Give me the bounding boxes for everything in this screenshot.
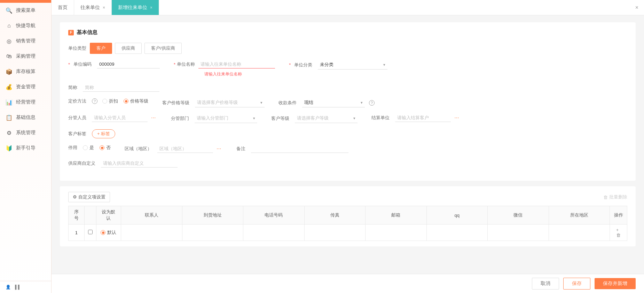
tab-new-partner[interactable]: 新增往来单位 × xyxy=(112,0,159,15)
col-action: 操作 xyxy=(610,206,627,225)
row-contact-input[interactable] xyxy=(125,230,178,235)
main-area: 首页 往来单位 × 新增往来单位 × × F 基本信息 单位类型 客户 xyxy=(52,0,644,293)
row-email-input[interactable] xyxy=(369,230,423,235)
region-dots-btn[interactable]: ··· xyxy=(215,146,222,152)
sidebar-item-purchase[interactable]: 🛍 采购管理 xyxy=(0,49,51,64)
settlement-unit-input[interactable] xyxy=(395,114,451,122)
sidebar-item-operations[interactable]: 📊 经营管理 xyxy=(0,95,51,110)
row-add-btn[interactable]: + xyxy=(616,227,619,233)
save-button[interactable]: 保存 xyxy=(563,278,590,290)
customer-price-level-select[interactable]: 请选择客户价格等级 ▾ xyxy=(195,98,265,107)
sidebar-item-finance[interactable]: 💰 资金管理 xyxy=(0,79,51,95)
tab-new-partner-close[interactable]: × xyxy=(150,5,152,10)
short-name-input[interactable] xyxy=(83,83,159,92)
cancel-button[interactable]: 取消 xyxy=(532,278,559,290)
supervisor-dots-btn[interactable]: ··· xyxy=(150,115,157,121)
supervisor-input[interactable] xyxy=(92,114,148,122)
sidebar-item-inventory[interactable]: 📦 库存核算 xyxy=(0,64,51,79)
pricing-method-container: 定价方法 ? 折扣 价格等级 xyxy=(68,98,148,104)
row-checkbox-input[interactable] xyxy=(88,230,93,234)
row-qq[interactable] xyxy=(426,225,488,241)
pricing-method-label: 定价方法 xyxy=(68,98,86,104)
sidebar-item-quick-nav[interactable]: ⌂ 快捷导航 xyxy=(0,18,51,33)
row-contact[interactable] xyxy=(121,225,182,241)
radio-disabled-yes[interactable]: 是 xyxy=(83,145,94,151)
unit-code-input[interactable] xyxy=(97,60,160,68)
row-default-radio-circle xyxy=(101,230,105,235)
remark-input[interactable] xyxy=(251,145,348,153)
col-default: 设为默认 xyxy=(96,206,121,225)
row-region[interactable] xyxy=(549,225,610,241)
radio-discount[interactable]: 折扣 xyxy=(102,98,118,104)
sidebar-item-basic-info[interactable]: 📋 基础信息 xyxy=(0,110,51,125)
supplier-custom-label: 供应商自定义 xyxy=(68,160,95,166)
row-address-input[interactable] xyxy=(186,230,239,235)
sidebar-item-beginner[interactable]: 🔰 新手引导 xyxy=(0,140,51,156)
settlement-unit-dots-btn[interactable]: ··· xyxy=(453,115,460,121)
sidebar-inventory-label: 库存核算 xyxy=(16,68,36,75)
row-phone-input[interactable] xyxy=(247,230,300,235)
batch-del-icon: 🗑 xyxy=(603,195,608,200)
short-name-row: 简称 xyxy=(68,83,627,92)
tab-partners-close[interactable]: × xyxy=(103,5,105,10)
sidebar-item-system[interactable]: ⚙ 系统管理 xyxy=(0,125,51,140)
row-wechat-input[interactable] xyxy=(491,230,545,235)
batch-delete-btn[interactable]: 🗑 批量删除 xyxy=(603,194,627,200)
sidebar-system-label: 系统管理 xyxy=(16,130,36,136)
department-select[interactable]: 请输入分管部门 ▾ xyxy=(195,114,257,123)
sidebar-basic-info-label: 基础信息 xyxy=(16,114,36,121)
settlement-unit-container: 结算单位 ··· xyxy=(371,114,460,122)
tab-home[interactable]: 首页 xyxy=(52,0,74,15)
radio-price-level[interactable]: 价格等级 xyxy=(124,98,148,104)
supplier-custom-input[interactable] xyxy=(101,159,178,168)
region-input[interactable] xyxy=(157,145,213,153)
customer-price-level-label: 客户价格等级 xyxy=(162,100,189,106)
row-region-input[interactable] xyxy=(552,230,606,235)
save-new-button[interactable]: 保存并新增 xyxy=(595,278,636,289)
customer-level-select[interactable]: 请选择客户等级 ▾ xyxy=(295,114,358,123)
sidebar-item-search[interactable]: 🔍 搜索菜单 xyxy=(0,3,51,18)
payment-terms-help-icon[interactable]: ? xyxy=(369,100,375,106)
unit-category-chevron: ▾ xyxy=(383,63,385,67)
radio-disabled-no[interactable]: 否 xyxy=(100,145,111,151)
section-title: F 基本信息 xyxy=(68,29,627,36)
supplier-custom-container: 供应商自定义 xyxy=(68,159,178,168)
payment-terms-select[interactable]: 现结 ▾ xyxy=(302,98,365,107)
row-email[interactable] xyxy=(366,225,426,241)
row-address[interactable] xyxy=(182,225,243,241)
pricing-radio-group: 折扣 价格等级 xyxy=(102,98,148,104)
col-email: 邮箱 xyxy=(366,206,426,225)
unit-category-select[interactable]: 未分类 ▾ xyxy=(318,60,387,70)
global-close-button[interactable]: × xyxy=(630,5,644,11)
row-qq-input[interactable] xyxy=(430,230,484,235)
add-tag-button[interactable]: + 标签 xyxy=(92,129,115,138)
tab-partners[interactable]: 往来单位 × xyxy=(74,0,112,15)
row-phone[interactable] xyxy=(243,225,304,241)
type-btn-supplier[interactable]: 供应商 xyxy=(115,43,142,54)
row-fax-input[interactable] xyxy=(308,230,362,235)
pricing-help-icon[interactable]: ? xyxy=(92,98,97,104)
row-del-btn[interactable]: 🗑 xyxy=(616,233,621,238)
name-required-star: * xyxy=(174,62,175,67)
row-default-radio[interactable]: 默认 xyxy=(100,229,117,236)
row-checkbox[interactable] xyxy=(84,225,96,241)
unit-code-label: 单位编码 xyxy=(73,61,92,67)
unit-name-input[interactable] xyxy=(198,60,275,68)
disabled-radio-group: 是 否 xyxy=(83,145,111,151)
sidebar-item-sales[interactable]: ◎ 销售管理 xyxy=(0,33,51,49)
unit-code-container: * 单位编码 xyxy=(68,60,160,68)
code-name-category-row: * 单位编码 * 单位名称 请输入往来单位名称 * 单位分类 xyxy=(68,60,627,77)
system-icon: ⚙ xyxy=(6,129,13,136)
customize-btn[interactable]: ⚙ 自定义项设置 xyxy=(68,192,110,202)
tab-partners-label: 往来单位 xyxy=(80,5,100,11)
row-fax[interactable] xyxy=(304,225,365,241)
row-wechat[interactable] xyxy=(488,225,549,241)
type-btn-customer[interactable]: 客户 xyxy=(90,43,112,54)
sidebar-quick-nav-label: 快捷导航 xyxy=(16,23,36,29)
region-container: 区域（地区） ··· xyxy=(125,145,222,153)
sidebar: 🔍 搜索菜单 ⌂ 快捷导航 ◎ 销售管理 🛍 采购管理 📦 库存核算 💰 资金管… xyxy=(0,0,52,293)
radio-price-level-circle xyxy=(124,99,128,104)
col-checkbox xyxy=(84,206,96,225)
type-btn-both[interactable]: 客户/供应商 xyxy=(144,43,182,54)
radio-discount-circle xyxy=(102,99,107,104)
